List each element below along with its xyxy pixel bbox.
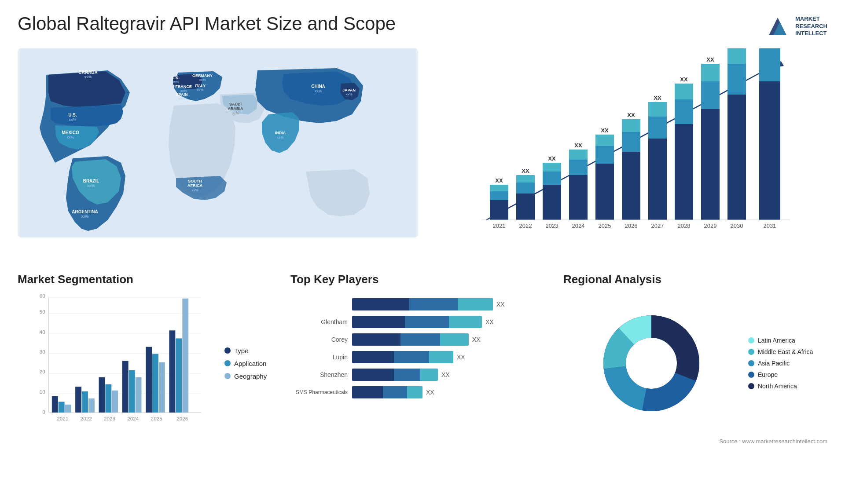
svg-rect-120 — [152, 354, 158, 413]
svg-text:30: 30 — [40, 349, 46, 354]
segmentation-title: Market Segmentation — [18, 273, 282, 286]
svg-text:xx%: xx% — [277, 135, 283, 139]
svg-rect-66 — [675, 99, 693, 124]
svg-text:2028: 2028 — [678, 223, 691, 229]
player-bar-wrap-glentham: XX — [352, 315, 555, 329]
svg-rect-109 — [65, 405, 71, 413]
legend-application: Application — [224, 360, 282, 367]
svg-text:U.S.: U.S. — [68, 113, 77, 117]
player-bar-sms-seg3 — [407, 386, 422, 398]
player-name-lupin: Lupin — [290, 354, 348, 361]
player-xx-0: XX — [496, 301, 505, 308]
player-bar-shenzhen-seg2 — [394, 369, 420, 381]
svg-text:10: 10 — [40, 389, 46, 394]
svg-rect-39 — [490, 185, 508, 191]
svg-text:40: 40 — [40, 329, 46, 335]
svg-text:60: 60 — [40, 293, 46, 299]
player-bar-lupin-seg3 — [429, 351, 453, 363]
legend-application-label: Application — [234, 360, 266, 367]
svg-rect-75 — [727, 48, 746, 64]
player-xx-shenzhen: XX — [441, 371, 450, 378]
svg-text:FRANCE: FRANCE — [175, 84, 192, 89]
logo: MARKET RESEARCH INTELLECT — [764, 13, 827, 40]
player-bar-wrap-0: XX — [352, 297, 555, 311]
svg-rect-41 — [516, 194, 535, 220]
svg-rect-78 — [759, 48, 780, 81]
top-section: CANADA xx% U.S. xx% MEXICO xx% BRAZIL xx… — [18, 48, 827, 259]
segmentation-legend: Type Application Geography — [224, 293, 282, 434]
reg-dot-europe — [748, 372, 754, 378]
svg-text:2025: 2025 — [151, 416, 163, 421]
svg-text:2029: 2029 — [704, 223, 717, 229]
logo-icon — [764, 13, 791, 40]
svg-text:ITALY: ITALY — [195, 84, 206, 88]
player-bar-corey-seg2 — [400, 333, 440, 346]
reg-legend-asia-pacific: Asia Pacific — [748, 360, 827, 367]
source-text: Source : www.marketresearchintellect.com — [563, 438, 827, 445]
svg-rect-117 — [129, 370, 135, 413]
svg-text:2027: 2027 — [651, 223, 664, 229]
bar-chart-svg: XX XX XX XX — [427, 48, 827, 237]
svg-text:xx%: xx% — [191, 188, 198, 192]
svg-text:20: 20 — [40, 369, 46, 374]
legend-type: Type — [224, 347, 282, 354]
player-row-corey: Corey XX — [290, 332, 555, 347]
svg-rect-124 — [182, 299, 188, 413]
player-xx-glentham: XX — [485, 318, 494, 325]
donut-chart-wrap — [563, 306, 739, 420]
svg-text:50: 50 — [40, 309, 46, 314]
svg-text:xx%: xx% — [314, 89, 322, 93]
player-bar-glentham-seg1 — [352, 316, 405, 328]
player-bar-shenzhen-seg3 — [420, 369, 438, 381]
player-name-shenzhen: Shenzhen — [290, 371, 348, 378]
svg-text:AFRICA: AFRICA — [187, 183, 202, 188]
svg-rect-51 — [569, 150, 588, 160]
svg-rect-122 — [169, 330, 175, 413]
svg-text:2025: 2025 — [599, 223, 611, 229]
svg-rect-50 — [569, 160, 588, 175]
reg-dot-mea — [748, 349, 754, 355]
player-bar-corey-seg1 — [352, 333, 400, 346]
player-row-0: XX — [290, 297, 555, 311]
svg-text:INDIA: INDIA — [275, 131, 286, 135]
svg-text:2024: 2024 — [572, 223, 585, 229]
player-bar-0 — [352, 298, 493, 310]
svg-text:SAUDI: SAUDI — [229, 102, 242, 106]
regional-title: Regional Analysis — [563, 273, 827, 286]
player-bar-shenzhen-seg1 — [352, 369, 394, 381]
player-bar-glentham — [352, 316, 482, 328]
reg-dot-latin-america — [748, 337, 754, 343]
segmentation-section: Market Segmentation 0 10 20 30 40 50 60 — [18, 273, 282, 440]
svg-text:JAPAN: JAPAN — [342, 88, 356, 92]
svg-text:SOUTH: SOUTH — [188, 179, 202, 183]
svg-text:SPAIN: SPAIN — [176, 92, 188, 97]
bar-chart-container: XX XX XX XX — [427, 48, 827, 237]
logo-text: MARKET RESEARCH INTELLECT — [795, 15, 827, 38]
svg-rect-54 — [595, 146, 614, 164]
reg-label-mea: Middle East & Africa — [758, 348, 813, 355]
svg-rect-112 — [88, 398, 95, 413]
svg-rect-114 — [105, 384, 111, 413]
svg-rect-59 — [622, 119, 640, 132]
reg-legend-latin-america: Latin America — [748, 337, 827, 344]
reg-label-europe: Europe — [758, 371, 778, 378]
reg-legend-europe: Europe — [748, 371, 827, 378]
legend-geography-dot — [224, 373, 231, 379]
svg-text:2021: 2021 — [57, 416, 68, 421]
svg-text:XX: XX — [548, 155, 556, 162]
svg-text:2024: 2024 — [127, 416, 139, 421]
player-bar-wrap-sms: XX — [352, 385, 555, 399]
svg-text:xx%: xx% — [66, 135, 74, 139]
svg-text:0: 0 — [42, 409, 45, 415]
svg-text:XX: XX — [706, 56, 714, 63]
donut-chart-svg — [594, 306, 709, 420]
svg-text:xx%: xx% — [232, 111, 239, 115]
regional-legend: Latin America Middle East & Africa Asia … — [748, 337, 827, 390]
svg-text:2023: 2023 — [104, 416, 115, 421]
svg-text:BRAZIL: BRAZIL — [83, 179, 99, 183]
svg-text:xx%: xx% — [178, 97, 185, 101]
bottom-section: Market Segmentation 0 10 20 30 40 50 60 — [18, 273, 827, 440]
svg-rect-116 — [122, 361, 129, 413]
svg-text:CHINA: CHINA — [311, 84, 325, 89]
svg-text:2026: 2026 — [176, 416, 188, 421]
